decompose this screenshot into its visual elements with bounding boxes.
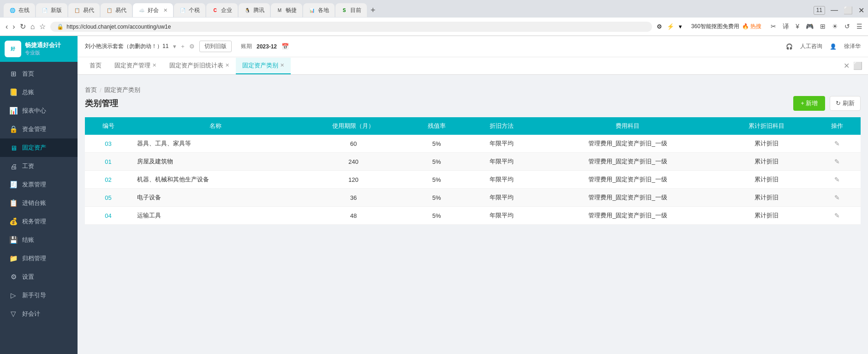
browser-tab-label-4: 好会 — [148, 6, 159, 14]
tab-close-fixed-asset-mgmt[interactable]: ✕ — [152, 62, 156, 68]
close-all-tabs-icon[interactable]: ✕ — [844, 61, 850, 70]
consult-label[interactable]: 人工咨询 — [800, 42, 822, 50]
tab-count-badge: 11 — [814, 6, 825, 15]
refresh-button[interactable]: ↻ — [20, 22, 26, 31]
dropdown-icon[interactable]: ▾ — [679, 23, 682, 30]
user-name[interactable]: 徐泽华 — [844, 42, 861, 50]
grid-icon[interactable]: ⊞ — [820, 23, 826, 31]
col-code: 编号 — [85, 117, 132, 135]
tab-favicon-7: 🐧 — [244, 7, 251, 13]
breadcrumb-home[interactable]: 首页 — [85, 86, 97, 94]
sidebar-item-fixed-asset[interactable]: 🖥 固定资产 — [0, 138, 78, 157]
forward-button[interactable]: › — [12, 23, 15, 31]
sidebar-item-archive[interactable]: 📁 归档管理 — [0, 249, 78, 268]
home-button[interactable]: ⌂ — [30, 23, 35, 31]
report-icon: 📊 — [9, 107, 18, 115]
row-0-code[interactable]: 03 — [85, 135, 132, 153]
sidebar-item-fund[interactable]: 🔒 资金管理 — [0, 120, 78, 138]
row-2-action[interactable]: ✎ — [814, 171, 861, 189]
minimize-icon[interactable]: — — [831, 6, 838, 15]
new-tab-button[interactable]: + — [368, 6, 378, 15]
translate-icon[interactable]: 译 — [783, 23, 789, 31]
tab-close-fixed-asset-category[interactable]: ✕ — [280, 62, 284, 68]
browser-tab-close-4[interactable]: ✕ — [163, 7, 168, 13]
edit-icon-2[interactable]: ✎ — [834, 176, 840, 183]
edit-icon-0[interactable]: ✎ — [834, 140, 840, 147]
dropdown-arrow[interactable]: ▾ — [173, 43, 176, 50]
settings-account-icon[interactable]: ⚙ — [189, 43, 195, 50]
row-4-code[interactable]: 04 — [85, 207, 132, 225]
sidebar-item-salary[interactable]: 🖨 工资 — [0, 157, 78, 175]
sidebar-item-settings[interactable]: ⚙ 设置 — [0, 268, 78, 286]
game-icon[interactable]: 🎮 — [806, 23, 814, 31]
sidebar-logo: 好 畅捷通好会计 专业版 — [0, 36, 78, 62]
logo-edition: 专业版 — [25, 49, 61, 56]
lightning-icon[interactable]: ⚡ — [667, 23, 674, 30]
browser-tab-5[interactable]: 📄 个税 — [174, 3, 205, 17]
switch-version-button[interactable]: 切到旧版 — [199, 41, 232, 52]
row-2-code[interactable]: 02 — [85, 171, 132, 189]
tab-home[interactable]: 首页 — [83, 58, 108, 74]
site-settings-icon[interactable]: ⚙ — [657, 23, 662, 30]
sidebar-item-trade[interactable]: 📋 进销台账 — [0, 194, 78, 212]
browser-tab-0[interactable]: 🌐 在线 — [4, 3, 35, 17]
edit-icon-4[interactable]: ✎ — [834, 212, 840, 219]
sidebar-item-guide[interactable]: ▷ 新手引导 — [0, 286, 78, 305]
browser-tab-1[interactable]: 📄 新版 — [36, 3, 67, 17]
tab-favicon-5: 📄 — [180, 7, 186, 13]
tab-close-depreciation-table[interactable]: ✕ — [225, 62, 229, 68]
scissors-icon[interactable]: ✂ — [771, 23, 776, 31]
browser-tab-7[interactable]: 🐧 腾讯 — [239, 3, 270, 17]
browser-tab-8[interactable]: M 畅捷 — [271, 3, 302, 17]
wallet-icon[interactable]: ¥ — [796, 23, 799, 31]
tab-depreciation-table[interactable]: 固定资产折旧统计表 ✕ — [163, 58, 236, 74]
restore-icon[interactable]: ⬜ — [844, 6, 853, 15]
sidebar-item-tax[interactable]: 💰 税务管理 — [0, 212, 78, 231]
row-2-period: 120 — [300, 171, 407, 189]
tab-fixed-asset-mgmt[interactable]: 固定资产管理 ✕ — [108, 58, 163, 74]
restore-tab-icon[interactable]: ⬜ — [853, 61, 862, 70]
address-input[interactable]: 🔒 https://cloud.chanjet.com/accounting/u… — [50, 22, 652, 32]
tab-favicon-4: ☁️ — [138, 7, 145, 13]
add-button[interactable]: + 新增 — [793, 96, 825, 111]
app-container: 好 畅捷通好会计 专业版 ⊞ 首页 📒 总账 📊 报表中心 — [0, 36, 868, 354]
tab-fixed-asset-category[interactable]: 固定资产类别 ✕ — [236, 58, 291, 74]
browser-tab-10[interactable]: S 目前 — [335, 3, 367, 17]
sidebar-label-invoice: 发票管理 — [22, 180, 46, 189]
invoice-icon: 🧾 — [9, 180, 18, 189]
guide-icon: ▷ — [9, 291, 18, 300]
row-3-code[interactable]: 05 — [85, 189, 132, 207]
browser-tab-3[interactable]: 📋 易代 — [101, 3, 132, 17]
header-actions: + 新增 ↻ 刷新 — [793, 96, 861, 111]
sidebar-item-ledger[interactable]: 📒 总账 — [0, 83, 78, 102]
refresh-table-button[interactable]: ↻ 刷新 — [830, 96, 861, 111]
sidebar-item-report[interactable]: 📊 报表中心 — [0, 102, 78, 120]
menu-icon[interactable]: ☰ — [856, 23, 862, 31]
row-1-residual: 5% — [407, 153, 466, 171]
edit-icon-1[interactable]: ✎ — [834, 158, 840, 165]
edit-icon-3[interactable]: ✎ — [834, 194, 840, 201]
back-button[interactable]: ‹ — [6, 23, 8, 31]
sidebar-item-app[interactable]: ▽ 好会计 — [0, 305, 78, 323]
sidebar-item-home[interactable]: ⊞ 首页 — [0, 65, 78, 83]
browser-tab-9[interactable]: 📊 各地 — [303, 3, 335, 17]
sidebar-item-close[interactable]: 💾 结账 — [0, 231, 78, 249]
browser-tab-6[interactable]: C 企业 — [206, 3, 238, 17]
close-icon[interactable]: ✕ — [858, 6, 864, 15]
row-1-code[interactable]: 01 — [85, 153, 132, 171]
browser-tab-4[interactable]: ☁️ 好会 ✕ — [133, 3, 173, 17]
add-account-icon[interactable]: + — [181, 43, 185, 50]
row-3-action[interactable]: ✎ — [814, 189, 861, 207]
history-icon[interactable]: ↺ — [844, 23, 850, 31]
calendar-icon[interactable]: 📅 — [281, 43, 289, 50]
theme-icon[interactable]: ☀ — [832, 23, 838, 31]
row-4-action[interactable]: ✎ — [814, 207, 861, 225]
sidebar-label-close: 结账 — [22, 236, 34, 244]
tab-label-depreciation-table: 固定资产折旧统计表 — [169, 61, 223, 70]
sidebar-item-invoice[interactable]: 🧾 发票管理 — [0, 175, 78, 194]
sidebar-label-archive: 归档管理 — [22, 254, 46, 263]
row-0-action[interactable]: ✎ — [814, 135, 861, 153]
row-1-action[interactable]: ✎ — [814, 153, 861, 171]
browser-tab-2[interactable]: 📋 易代 — [68, 3, 100, 17]
bookmark-button[interactable]: ☆ — [39, 22, 46, 31]
